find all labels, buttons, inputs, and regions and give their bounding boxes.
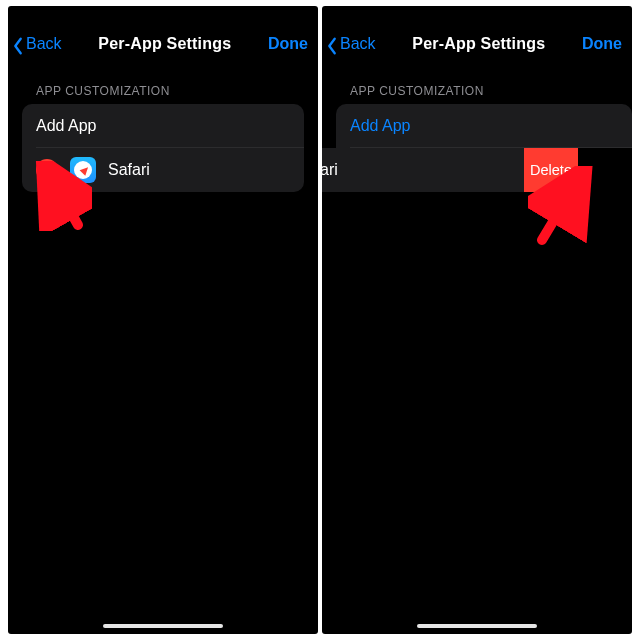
done-button[interactable]: Done — [582, 35, 622, 53]
page-title: Per-App Settings — [412, 35, 545, 53]
navigation-bar: Back Per-App Settings Done — [8, 26, 318, 62]
status-bar-spacer — [322, 6, 632, 26]
navigation-bar: Back Per-App Settings Done — [322, 26, 632, 62]
add-app-label: Add App — [350, 117, 411, 135]
back-label: Back — [340, 35, 376, 53]
safari-app-icon — [70, 157, 96, 183]
back-button[interactable]: Back — [326, 35, 376, 53]
app-name-label: Safari — [108, 161, 150, 179]
remove-minus-button[interactable] — [36, 159, 58, 181]
chevron-left-icon — [326, 37, 340, 51]
app-row-safari[interactable]: Safari — [22, 148, 304, 192]
done-button[interactable]: Done — [268, 35, 308, 53]
home-indicator — [417, 624, 537, 628]
section-header: APP CUSTOMIZATION — [8, 62, 318, 104]
list-group: Add App Safari — [22, 104, 304, 192]
add-app-label: Add App — [36, 117, 97, 135]
screenshot-left: Back Per-App Settings Done APP CUSTOMIZA… — [8, 6, 318, 634]
app-row-safari-swiped[interactable]: Safari Delete — [336, 148, 632, 192]
screenshot-right: Back Per-App Settings Done APP CUSTOMIZA… — [322, 6, 632, 634]
list-group: Add App — [336, 104, 632, 148]
back-button[interactable]: Back — [12, 35, 62, 53]
add-app-cell[interactable]: Add App — [336, 104, 632, 148]
home-indicator — [103, 624, 223, 628]
chevron-left-icon — [12, 37, 26, 51]
delete-button[interactable]: Delete — [524, 148, 578, 192]
status-bar-spacer — [8, 6, 318, 26]
section-header: APP CUSTOMIZATION — [322, 62, 632, 104]
minus-icon — [42, 169, 52, 172]
delete-label: Delete — [530, 162, 572, 178]
compass-icon — [74, 161, 92, 179]
app-name-label: Safari — [322, 161, 338, 179]
back-label: Back — [26, 35, 62, 53]
page-title: Per-App Settings — [98, 35, 231, 53]
add-app-cell[interactable]: Add App — [22, 104, 304, 148]
